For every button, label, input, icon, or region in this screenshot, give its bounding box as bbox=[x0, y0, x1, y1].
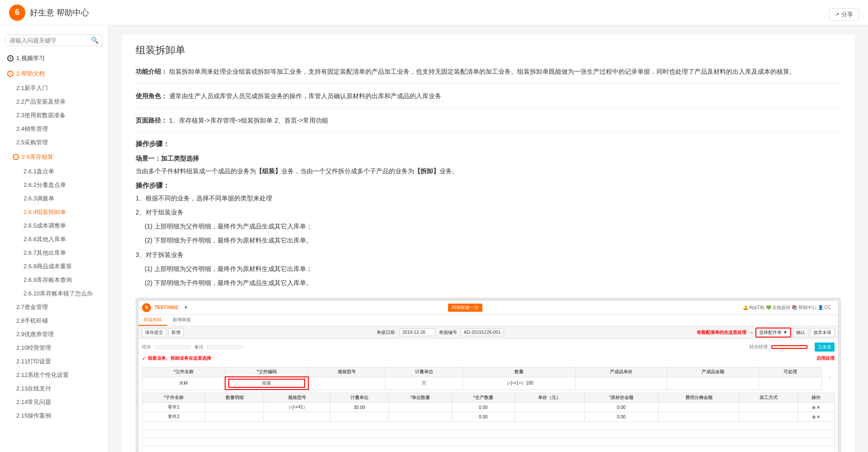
mock-logo: 6 bbox=[142, 303, 151, 312]
op-steps-label: 操作步骤： bbox=[136, 140, 841, 148]
mock-save-btn[interactable]: 保存提交 bbox=[142, 328, 166, 337]
sidebar-sub-bottom: 2.7资金管理 2.8手机旺铺 2.9优惠券管理 2.10经营管理 2.11打印… bbox=[0, 300, 108, 423]
step-2-2: (2) 下部明细为子件明细，最终作为原材料生成其它出库单。 bbox=[145, 235, 841, 246]
sidebar-sub-item-2-10[interactable]: 2.10经营管理 bbox=[13, 341, 108, 355]
mock-cancel-btn[interactable]: 放弃未保 bbox=[810, 328, 835, 337]
sidebar-sub-item-2-6-7[interactable]: 2.6.7其他出库单 bbox=[20, 246, 108, 260]
path-label: 页面路径： bbox=[136, 117, 167, 124]
sidebar-sub-item-2-4[interactable]: 2.4销售管理 bbox=[13, 122, 108, 136]
logo-icon: 6 bbox=[9, 5, 25, 21]
share-button[interactable]: ↗ 分享 bbox=[829, 8, 859, 21]
function-intro-section: 功能介绍： 组装拆卸单用来处理企业组装或拆卸等加工业务，支持有固定装配清单的产品… bbox=[136, 66, 841, 83]
scene1-title: 场景一：加工类型选择 bbox=[136, 155, 841, 163]
search-icon[interactable]: 🔍 bbox=[91, 37, 99, 44]
sidebar-item-label: 1.视频学习 bbox=[16, 54, 45, 62]
sidebar-item-2-6[interactable]: 2.6库存核算 bbox=[0, 149, 108, 165]
sidebar-sub-item-2-6-1[interactable]: 2.6.1盘点单 bbox=[20, 165, 108, 178]
role-text: 通常由生产人员或库管人员完成拆装业务的操作，库管人员确认原材料的出库和产成品的入… bbox=[169, 92, 441, 100]
sidebar-sub-item-2-6-3[interactable]: 2.6.3调拨单 bbox=[20, 192, 108, 205]
share-icon: ↗ bbox=[835, 11, 840, 18]
sidebar-sub-item-2-5[interactable]: 2.5采购管理 bbox=[13, 136, 108, 149]
mock-confirm-btn[interactable]: 确认 bbox=[793, 328, 808, 337]
step-3-1: (1) 上部明细为父件明细，最终作为原材料生成其它出库单； bbox=[145, 263, 841, 275]
collapse-icon bbox=[7, 71, 14, 77]
sidebar-sub-2-1: 2.1新手入门 2.2产品安装及登录 2.3使用前数据准备 2.4销售管理 2.… bbox=[0, 81, 108, 149]
sidebar-item-help-doc[interactable]: 2.帮助文档 bbox=[0, 66, 108, 81]
sidebar-sub-item-2-6-4[interactable]: 2.6.4组装拆卸单 bbox=[20, 205, 108, 219]
search-input[interactable] bbox=[9, 37, 91, 44]
sidebar-sub-item-2-7[interactable]: 2.7资金管理 bbox=[13, 300, 108, 314]
search-box: 🔍 bbox=[0, 30, 108, 51]
sidebar-sub-item-2-14[interactable]: 2.14常见问题 bbox=[13, 395, 108, 409]
sidebar-sub-item-2-6-10[interactable]: 2.6.10库存账本错了怎么办 bbox=[20, 287, 108, 300]
sidebar-sub-item-2-1[interactable]: 2.1新手入门 bbox=[13, 81, 108, 95]
mock-lower-table: *子件名称 数量明细 规格型号 计量单位 *单位数量 *生产数量 单价（元） bbox=[142, 393, 835, 452]
collapse-icon-2-6 bbox=[13, 154, 19, 160]
step-2-subs: (1) 上部明细为父件明细，最终作为产成品生成其它入库单； (2) 下部明细为子… bbox=[136, 221, 841, 246]
sidebar: 🔍 1.视频学习 2.帮助文档 2.1新手入门 2.2产品安装及登录 2.3使用… bbox=[0, 25, 108, 452]
step-3-subs: (1) 上部明细为父件明细，最终作为原材料生成其它出库单； (2) 下部明细为子… bbox=[136, 263, 841, 289]
path-text: 1、库存核算->库存管理->组装拆卸单 2、首页->常用功能 bbox=[169, 117, 328, 124]
function-intro-text: 组装拆卸单用来处理企业组装或拆卸等加工业务，支持有固定装配清单的产品加工业务，也… bbox=[169, 68, 796, 75]
scene1-desc: 当由多个子件材料组装成一个成品的业务为【组装】业务，当由一个父件拆分成多个子产品… bbox=[136, 166, 841, 177]
step-3-2: (2) 下部明细为子件明细，最终作为产成品生成其它入库单。 bbox=[145, 277, 841, 289]
content-card: 组装拆卸单 功能介绍： 组装拆卸单用来处理企业组装或拆卸等加工业务，支持有固定装… bbox=[122, 34, 854, 452]
sidebar-sub-item-2-6-8[interactable]: 2.6.8商品成本重算 bbox=[20, 260, 108, 273]
sidebar-sub-item-2-3[interactable]: 2.3使用前数据准备 bbox=[13, 109, 108, 122]
sidebar-sub-item-2-6-6[interactable]: 2.6.6其他入库单 bbox=[20, 233, 108, 246]
sidebar-sub-item-2-8[interactable]: 2.8手机旺铺 bbox=[13, 314, 108, 328]
mock-apply-btn[interactable]: 立发发 bbox=[815, 343, 835, 352]
mock-new-btn[interactable]: 新增 bbox=[168, 328, 184, 337]
sidebar-sub-item-2-9[interactable]: 2.9优惠券管理 bbox=[13, 328, 108, 341]
sidebar-sub-2-6: 2.6.1盘点单 2.6.2分量盘点单 2.6.3调拨单 2.6.4组装拆卸单 … bbox=[0, 165, 108, 300]
sidebar-sub-item-2-13[interactable]: 2.13在线支付 bbox=[13, 382, 108, 395]
page-title: 组装拆卸单 bbox=[136, 43, 841, 57]
role-section: 使用角色： 通常由生产人员或库管人员完成拆装业务的操作，库管人员确认原材料的出库… bbox=[136, 90, 841, 108]
sidebar-sub-item-2-6-2[interactable]: 2.6.2分量盘点单 bbox=[20, 178, 108, 192]
content-area: 组装拆卸单 功能介绍： 组装拆卸单用来处理企业组装或拆卸等加工业务，支持有固定装… bbox=[108, 25, 868, 452]
mock-select-parts-btn[interactable]: 选择配件单 ▼ bbox=[755, 328, 791, 338]
sidebar-sub-item-2-6-5[interactable]: 2.6.5成本调整单 bbox=[20, 219, 108, 233]
path-section: 页面路径： 1、库存核算->库存管理->组装拆卸单 2、首页->常用功能 bbox=[136, 115, 841, 132]
mock-upper-table: *父件名称 *父件编码 规格型号 计量单位 数量 产成品单价 产成品金额 bbox=[142, 367, 822, 390]
sidebar-sub-item-2-6-9[interactable]: 2.6.9库存账本查询 bbox=[20, 273, 108, 287]
app-title: 好生意 帮助中心 bbox=[30, 7, 89, 18]
sidebar-item-video[interactable]: 1.视频学习 bbox=[0, 51, 108, 66]
sidebar-item-label: 2.6库存核算 bbox=[22, 153, 53, 161]
op-steps2-label: 操作步骤： bbox=[136, 181, 841, 190]
step-3: 3、对于拆装业务 bbox=[136, 249, 841, 261]
sidebar-sub-item-2-2[interactable]: 2.2产品安装及登录 bbox=[13, 95, 108, 109]
sidebar-item-label: 2.帮助文档 bbox=[16, 70, 45, 78]
function-intro-label: 功能介绍： bbox=[136, 68, 167, 75]
role-label: 使用角色： bbox=[136, 92, 167, 100]
sidebar-sub-item-2-11[interactable]: 2.11打印设置 bbox=[13, 355, 108, 368]
screenshot: 6 TEST-H002 ▼ 同期新建一次 🔔 AppT制 💚 在线提供 📚 帮助… bbox=[136, 298, 841, 452]
step-1: 1、根据不同的业务，选择不同单据的类型来处理 bbox=[136, 193, 841, 204]
op-steps: 操作步骤： 场景一：加工类型选择 当由多个子件材料组装成一个成品的业务为【组装】… bbox=[136, 140, 841, 452]
step-2-1: (1) 上部明细为父件明细，最终作为产成品生成其它入库单； bbox=[145, 221, 841, 232]
sidebar-sub-item-2-15[interactable]: 2.15操作案例 bbox=[13, 409, 108, 423]
step-2: 2、对于组装业务 bbox=[136, 207, 841, 218]
expand-icon bbox=[7, 55, 14, 62]
share-label: 分享 bbox=[841, 10, 853, 19]
sidebar-sub-item-2-12[interactable]: 2.12系统个性化设置 bbox=[13, 368, 108, 382]
